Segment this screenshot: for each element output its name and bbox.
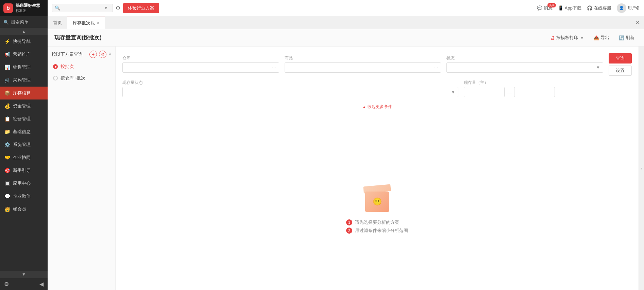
page-title: 现存量查询(按批次) — [54, 34, 102, 41]
topbar-gear-icon[interactable]: ⚙ — [116, 5, 120, 11]
page-header: 现存量查询(按批次) 🖨 按模板打印 ▼ 📤 导出 🔄 刷新 — [48, 29, 644, 47]
wechat-icon: 💬 — [4, 193, 10, 199]
online-service-btn[interactable]: 🎧 在线客服 — [587, 5, 611, 11]
filter-panel-title: 按以下方案查询 — [52, 51, 83, 57]
sidebar-item-app-center[interactable]: 🔲 应用中心 — [0, 177, 48, 190]
user-profile-btn[interactable]: 👤 用户名 — [617, 3, 640, 13]
export-icon: 📤 — [594, 35, 599, 40]
box-face-icon: 😐 — [373, 197, 382, 206]
filter-add-icon: + — [92, 52, 95, 57]
sidebar-item-newbie[interactable]: 🎯 新手引导 — [0, 164, 48, 177]
query-area: 仓库 ··· 商品 ··· — [116, 47, 639, 290]
sidebar-item-system[interactable]: ⚙️ 系统管理 — [0, 138, 48, 151]
sidebar-item-marketing[interactable]: 📢 营销推广 — [0, 48, 48, 61]
settings-btn[interactable]: 设置 — [609, 66, 632, 76]
sidebar-item-basic[interactable]: 📁 基础信息 — [0, 125, 48, 138]
refresh-btn[interactable]: 🔄 刷新 — [616, 33, 637, 42]
quick-nav-icon: ⚡ — [4, 38, 10, 44]
filter-collapse-btn[interactable]: « — [108, 51, 111, 58]
sidebar-item-label: 库存核算 — [13, 90, 31, 96]
sidebar-item-label: 畅会员 — [13, 206, 26, 212]
tab-close-btn[interactable]: × — [97, 21, 99, 25]
empty-state: 😐 1 请先选择要分析的方案 2 用过滤条件来缩小分析范围 — [116, 118, 639, 290]
app-download-btn[interactable]: 📱 App下载 — [558, 5, 581, 11]
sidebar-item-member[interactable]: 👑 畅会员 — [0, 203, 48, 216]
sidebar-item-enterprise[interactable]: 🤝 企业协同 — [0, 151, 48, 164]
export-btn[interactable]: 📤 导出 — [591, 33, 612, 42]
collapse-arrow-icon: ▲ — [362, 105, 366, 109]
collapse-conditions-btn[interactable]: ▲ 收起更多条件 — [122, 101, 632, 112]
inventory-status-input[interactable]: ▼ — [122, 87, 458, 97]
print-label: 按模板打印 — [556, 35, 578, 41]
query-btn[interactable]: 查询 — [609, 53, 632, 64]
filter-settings-btn[interactable]: ⚙ — [99, 51, 106, 58]
trial-btn[interactable]: 体验行业方案 — [123, 3, 159, 13]
sidebar-item-sales[interactable]: 📊 销售管理 — [0, 61, 48, 74]
filter-field-inventory-status: 现存量状态 ▼ — [122, 80, 458, 97]
topbar-search-box[interactable]: 🔍 ▼ — [52, 4, 113, 12]
status-label: 状态 — [446, 55, 603, 61]
member-icon: 👑 — [4, 206, 10, 212]
sidebar-search-label: 搜索菜单 — [11, 19, 29, 25]
warehouse-input[interactable]: ··· — [122, 62, 279, 73]
filter-item-by-warehouse-batch[interactable]: 按仓库+批次 — [48, 72, 115, 84]
empty-hints: 1 请先选择要分析的方案 2 用过滤条件来缩小分析范围 — [346, 219, 408, 234]
newbie-icon: 🎯 — [4, 167, 10, 174]
filter-item-by-batch[interactable]: 按批次 — [48, 61, 115, 72]
inventory-qty-min-input[interactable] — [464, 87, 505, 97]
sidebar-item-inventory[interactable]: 📦 库存核算 — [0, 87, 48, 99]
print-icon: 🖨 — [550, 35, 555, 40]
sidebar-footer: ⚙ ◀ — [0, 278, 48, 290]
messages-btn[interactable]: 💬 消息 99+ — [537, 5, 553, 11]
sidebar-item-wechat[interactable]: 💬 企业微信 — [0, 190, 48, 203]
basic-icon: 📁 — [4, 129, 10, 135]
print-btn[interactable]: 🖨 按模板打印 ▼ — [548, 33, 587, 42]
sidebar-item-quick-nav[interactable]: ⚡ 快捷导航 — [0, 35, 48, 48]
sidebar-item-label: 经营管理 — [13, 116, 31, 122]
hint-num-2: 2 — [346, 228, 352, 234]
status-input[interactable]: ▼ — [446, 62, 603, 73]
sidebar-item-label: 应用中心 — [13, 180, 31, 186]
right-sidebar-arrow-icon: › — [641, 166, 642, 171]
sidebar-search-menu[interactable]: 🔍 搜索菜单 — [0, 16, 48, 28]
warehouse-more-icon[interactable]: ··· — [272, 65, 276, 70]
product-input[interactable]: ··· — [285, 62, 441, 73]
tab-bar-close-btn[interactable]: ✕ — [631, 19, 644, 26]
online-service-label: 在线客服 — [594, 5, 611, 11]
content-body: 按以下方案查询 + ⚙ « 按批次 — [48, 47, 644, 290]
sidebar-item-operations[interactable]: 📋 经营管理 — [0, 112, 48, 125]
inventory-qty-max-input[interactable] — [514, 87, 555, 97]
sidebar-scroll-down[interactable]: ▼ — [0, 271, 48, 278]
tab-inventory-batch-label: 库存批次账 — [73, 20, 95, 26]
user-name-label: 用户名 — [628, 5, 640, 11]
sidebar-item-label: 基础信息 — [13, 129, 31, 135]
sidebar-item-label: 营销推广 — [13, 51, 31, 57]
box-body: 😐 — [365, 192, 389, 212]
sidebar-item-finance[interactable]: 💰 资金管理 — [0, 99, 48, 112]
filter-radio-by-warehouse-batch — [53, 76, 58, 80]
product-more-icon[interactable]: ··· — [434, 65, 438, 70]
filter-add-btn[interactable]: + — [89, 51, 97, 58]
tab-inventory-batch[interactable]: 库存批次账 × — [67, 17, 105, 29]
messages-badge: 99+ — [547, 3, 556, 7]
page-content: 现存量查询(按批次) 🖨 按模板打印 ▼ 📤 导出 🔄 刷新 — [48, 29, 644, 290]
filter-panel-header: 按以下方案查询 + ⚙ « — [48, 51, 115, 61]
sidebar-settings-btn[interactable]: ⚙ — [4, 281, 9, 287]
sidebar-item-label: 新手引导 — [13, 167, 31, 174]
topbar-search-chevron-icon[interactable]: ▼ — [104, 5, 108, 11]
app-download-icon: 📱 — [558, 5, 563, 11]
sidebar-collapse-btn[interactable]: ◀ — [39, 281, 44, 287]
right-sidebar[interactable]: › — [639, 47, 644, 290]
sidebar-item-label: 企业微信 — [13, 193, 31, 199]
tab-home[interactable]: 首页 — [48, 17, 67, 29]
filter-conditions: 仓库 ··· 商品 ··· — [116, 47, 639, 118]
avatar-icon: 👤 — [619, 6, 624, 10]
sidebar-item-purchase[interactable]: 🛒 采购管理 — [0, 74, 48, 87]
refresh-label: 刷新 — [626, 35, 634, 41]
sidebar-item-label: 采购管理 — [13, 77, 31, 83]
topbar-search-input[interactable] — [62, 6, 102, 11]
sidebar-item-label: 销售管理 — [13, 64, 31, 70]
app-title: 畅康通好生意 — [16, 3, 40, 8]
export-label: 导出 — [600, 35, 609, 41]
sidebar-scroll-up[interactable]: ▲ — [0, 28, 48, 35]
